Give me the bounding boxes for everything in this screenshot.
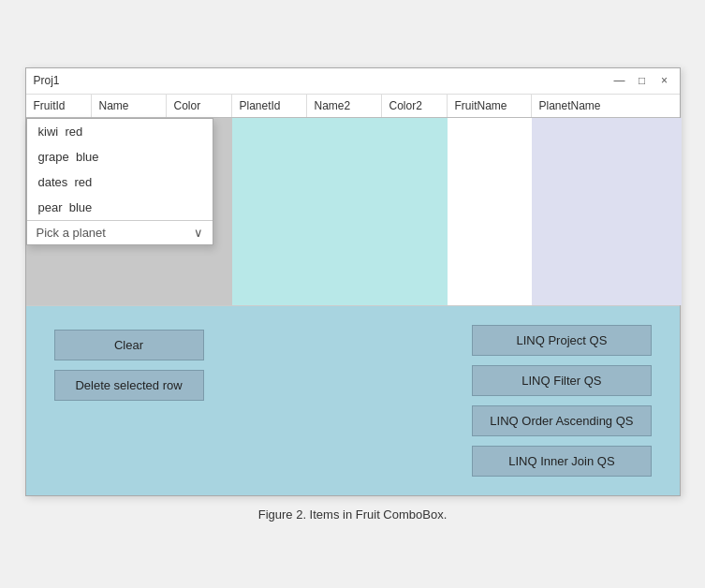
col-header-fruitid: FruitId bbox=[26, 95, 92, 117]
col-header-name: Name bbox=[92, 95, 167, 117]
minimize-button[interactable]: — bbox=[612, 73, 627, 88]
table-section: FruitId Name Color PlanetId Name2 Color2… bbox=[26, 95, 680, 306]
col-header-color: Color bbox=[167, 95, 232, 117]
figure-caption: Figure 2. Items in Fruit ComboBox. bbox=[258, 507, 448, 522]
col-bg-color2 bbox=[382, 118, 448, 305]
col-header-color2: Color2 bbox=[382, 95, 448, 117]
col-bg-planetid bbox=[232, 118, 307, 305]
bottom-section: Clear Delete selected row LINQ Project Q… bbox=[26, 306, 680, 495]
close-button[interactable]: × bbox=[657, 73, 672, 88]
chevron-down-icon: ∨ bbox=[194, 226, 203, 240]
right-buttons: LINQ Project QS LINQ Filter QS LINQ Orde… bbox=[472, 325, 651, 477]
window-title: Proj1 bbox=[34, 74, 60, 87]
title-bar-controls: — □ × bbox=[612, 73, 672, 88]
planet-combobox[interactable]: Pick a planet ∨ bbox=[27, 220, 213, 244]
delete-row-button[interactable]: Delete selected row bbox=[54, 370, 204, 401]
page-wrapper: Proj1 — □ × FruitId Name Color PlanetId … bbox=[25, 67, 681, 522]
title-bar: Proj1 — □ × bbox=[26, 68, 680, 95]
col-header-fruitname: FruitName bbox=[448, 95, 532, 117]
dropdown-item-pear[interactable]: pear blue bbox=[27, 195, 213, 220]
col-header-planetid: PlanetId bbox=[232, 95, 307, 117]
linq-filter-button[interactable]: LINQ Filter QS bbox=[472, 365, 651, 396]
fruit-dropdown[interactable]: kiwi red grape blue dates red pear blue … bbox=[26, 118, 213, 245]
table-body: kiwi red grape blue dates red pear blue … bbox=[26, 118, 680, 305]
col-bg-name2 bbox=[307, 118, 382, 305]
table-header: FruitId Name Color PlanetId Name2 Color2… bbox=[26, 95, 680, 118]
col-bg-fruitname bbox=[448, 118, 532, 305]
linq-join-button[interactable]: LINQ Inner Join QS bbox=[472, 446, 651, 477]
col-bg-planetname bbox=[532, 118, 682, 305]
col-header-name2: Name2 bbox=[307, 95, 382, 117]
linq-order-button[interactable]: LINQ Order Ascending QS bbox=[472, 405, 651, 436]
left-buttons: Clear Delete selected row bbox=[54, 325, 204, 401]
dropdown-item-grape[interactable]: grape blue bbox=[27, 144, 213, 169]
col-header-planetname: PlanetName bbox=[532, 95, 616, 117]
planet-combobox-label: Pick a planet bbox=[37, 226, 106, 240]
dropdown-item-dates[interactable]: dates red bbox=[27, 169, 213, 195]
application-window: Proj1 — □ × FruitId Name Color PlanetId … bbox=[25, 67, 681, 496]
linq-project-button[interactable]: LINQ Project QS bbox=[472, 325, 651, 356]
dropdown-item-kiwi[interactable]: kiwi red bbox=[27, 119, 213, 144]
content-area: FruitId Name Color PlanetId Name2 Color2… bbox=[26, 95, 680, 495]
clear-button[interactable]: Clear bbox=[54, 330, 204, 360]
maximize-button[interactable]: □ bbox=[635, 73, 650, 88]
